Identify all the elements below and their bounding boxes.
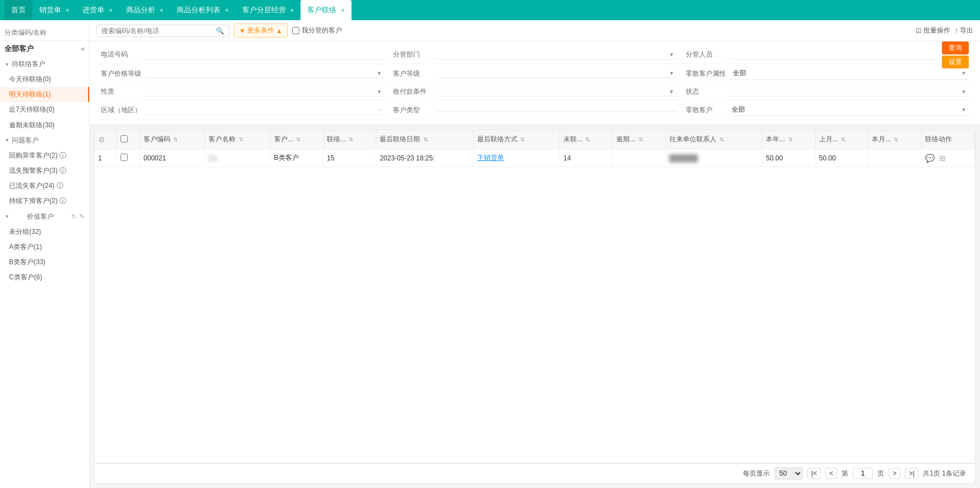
row-contact-person: ██████	[665, 149, 762, 167]
nav-close-customer-ops[interactable]: ×	[290, 0, 294, 20]
filter-retail-attr-select[interactable]: 全部 ▼	[731, 67, 969, 80]
row-name: Ea	[205, 149, 270, 167]
sidebar-item-class-a[interactable]: A类客户(1)	[0, 240, 89, 255]
sidebar-item-overdue[interactable]: 逾期未联络(30)	[0, 118, 89, 133]
chevron-down-icon5: ▼	[376, 89, 382, 95]
filter-customer-level-select[interactable]: ▼	[437, 69, 676, 78]
search-bar-right: ☑ 批量操作 ↑ 导出	[916, 26, 973, 35]
row-last-month: 50.00	[815, 149, 868, 167]
col-contact-count[interactable]: 联络... ⇅	[323, 130, 376, 149]
sidebar-group-pending: 待联络客户	[0, 57, 89, 72]
setting-btn[interactable]: 设置	[942, 56, 969, 68]
nav-close-customer-contact[interactable]: ×	[341, 0, 344, 20]
page-size-select[interactable]: 10 20 50 100	[774, 467, 803, 480]
last-page-btn[interactable]: >|	[905, 468, 918, 479]
nav-item-analysis[interactable]: 商品分析 ×	[119, 0, 170, 20]
page-input[interactable]	[853, 468, 873, 479]
col-last-type[interactable]: 最后联络方式 ⇅	[474, 130, 560, 149]
filter-customer-level: 客户等级 ▼	[389, 64, 681, 84]
filter-manager: 分管人员 ··· 查询 设置	[681, 46, 973, 64]
nav-item-sales[interactable]: 销货单 ×	[33, 0, 76, 20]
comment-icon[interactable]: 💬	[925, 154, 935, 163]
row-last-type[interactable]: 下销货单	[474, 149, 560, 167]
col-gear[interactable]: ⚙	[95, 130, 117, 149]
filter-region-select[interactable]: ···	[146, 105, 384, 114]
query-btn[interactable]: 查询	[942, 42, 969, 54]
sidebar-item-tomorrow[interactable]: 明天待联络(1)	[0, 87, 89, 102]
col-overdue[interactable]: 逾期... ⇅	[613, 130, 665, 149]
grid-icon[interactable]: ⊞	[939, 154, 946, 163]
gear-icon[interactable]: ⚙	[98, 135, 105, 144]
next-page-btn[interactable]: >	[889, 468, 900, 479]
nav-close-analysis[interactable]: ×	[160, 0, 163, 20]
filter-status-select[interactable]: ▼	[729, 88, 969, 96]
filter-retail-customer-select[interactable]: 全部 ▼	[729, 104, 969, 116]
sidebar-item-abnormal[interactable]: 回购异常客户(2) ⓘ	[0, 148, 89, 163]
filter-gender-select[interactable]: ▼	[145, 88, 384, 96]
filter-customer-type: 客户类型	[389, 100, 681, 120]
filter-icon: ▼	[239, 27, 246, 35]
sort-icon-uncontact: ⇅	[585, 136, 590, 142]
collapse-icon: «	[81, 45, 85, 53]
nav-close-purchase[interactable]: ×	[109, 0, 112, 20]
sidebar-item-declining[interactable]: 持续下滑客户(2) ⓘ	[0, 194, 89, 209]
filter-dept-select[interactable]: ▼	[437, 50, 676, 59]
filter-payment: 收付款条件 ▼	[389, 84, 681, 100]
nav-item-purchase[interactable]: 进货单 ×	[76, 0, 119, 20]
row-index: 1	[95, 149, 117, 167]
data-table-wrap: ⚙ 客户编码 ⇅ 客户名称 ⇅ 客户... ⇅ 联络... ⇅ 最后联络日期 ⇅…	[94, 130, 976, 463]
chevron-up-icon: ▲	[276, 27, 283, 35]
refresh-icon[interactable]: ↻	[71, 213, 77, 220]
col-last-month[interactable]: 上月... ⇅	[815, 130, 868, 149]
sidebar-group-problem: 问题客户	[0, 133, 89, 148]
nav-item-customer-ops[interactable]: 客户分层经营 ×	[235, 0, 301, 20]
search-input[interactable]	[101, 27, 214, 35]
sidebar-item-today[interactable]: 今天待联络(0)	[0, 72, 89, 87]
my-customer-checkbox[interactable]	[292, 27, 299, 34]
checkbox-icon: ☑	[916, 27, 922, 35]
col-this-month[interactable]: 本月... ⇅	[868, 130, 921, 149]
col-last-date[interactable]: 最后联络日期 ⇅	[376, 130, 474, 149]
filter-manager-select[interactable]: ···	[729, 50, 969, 59]
prev-page-btn[interactable]: <	[825, 468, 837, 479]
col-code[interactable]: 客户编码 ⇅	[140, 130, 205, 149]
filter-region: 区域（地区） ···	[96, 100, 389, 120]
row-uncontact: 14	[560, 149, 612, 167]
search-icon[interactable]: 🔍	[216, 27, 224, 35]
row-last-date: 2023-05-23 18:25:	[376, 149, 474, 167]
nav-close-analysis-list[interactable]: ×	[225, 0, 228, 20]
filter-price-level-select[interactable]: ▼	[146, 69, 384, 78]
col-contact-person[interactable]: 往来单位联系人 ⇅	[665, 130, 762, 149]
col-this-year[interactable]: 本年... ⇅	[762, 130, 815, 149]
first-page-btn[interactable]: |<	[807, 468, 821, 479]
nav-item-analysis-list[interactable]: 商品分析列表 ×	[170, 0, 235, 20]
sidebar-item-ungrouped[interactable]: 未分组(32)	[0, 224, 89, 240]
filter-phone-input[interactable]	[145, 49, 384, 60]
sidebar-item-churned[interactable]: 已流失客户(24) ⓘ	[0, 178, 89, 194]
sidebar-item-class-b[interactable]: B类客户(33)	[0, 255, 89, 270]
sort-icon-year: ⇅	[788, 136, 793, 142]
export-btn[interactable]: ↑ 导出	[955, 26, 973, 35]
sidebar-search-input[interactable]	[4, 29, 89, 36]
nav-item-home[interactable]: 首页	[4, 0, 33, 20]
sidebar-all-customers[interactable]: 全部客户 «	[0, 41, 89, 57]
row-select-checkbox[interactable]	[121, 154, 128, 161]
filter-customer-type-select[interactable]	[437, 109, 676, 112]
table-footer: 每页显示 10 20 50 100 |< < 第 页 > >| 共1页 1条记录	[94, 463, 976, 484]
batch-op-btn[interactable]: ☑ 批量操作	[916, 26, 950, 35]
more-filter-btn[interactable]: ▼ 更多条件 ▲	[234, 24, 288, 38]
col-uncontact[interactable]: 未联... ⇅	[560, 130, 612, 149]
nav-close-sales[interactable]: ×	[66, 0, 69, 20]
chevron-down-icon: ▼	[669, 52, 674, 58]
col-name[interactable]: 客户名称 ⇅	[205, 130, 270, 149]
sidebar-item-class-c[interactable]: C类客户(6)	[0, 270, 89, 285]
col-type[interactable]: 客户... ⇅	[270, 130, 323, 149]
sidebar-item-7days[interactable]: 近7天待联络(0)	[0, 102, 89, 117]
sidebar-item-churn-warning[interactable]: 流失预警客户(3) ⓘ	[0, 163, 89, 178]
filter-payment-select[interactable]: ▼	[437, 88, 676, 96]
select-all-checkbox[interactable]	[121, 135, 128, 142]
filter-gender: 性质 ▼	[96, 84, 389, 100]
filter-retail-attr: 零散客户属性 全部 ▼	[681, 64, 973, 84]
edit-icon[interactable]: ✎	[79, 213, 85, 220]
nav-item-customer-contact[interactable]: 客户联络 ×	[301, 0, 351, 20]
